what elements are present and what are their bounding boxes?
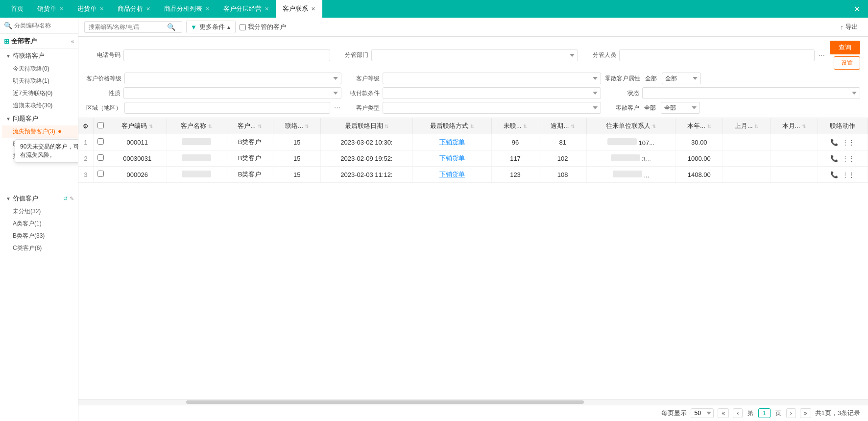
group-pending-contact[interactable]: ▼ 待联络客户 (0, 49, 78, 63)
prev-page-button[interactable]: ‹ (733, 408, 743, 418)
action-more-icon[interactable]: ⋮⋮ (842, 139, 855, 146)
last-method-link[interactable]: 下销货单 (439, 154, 465, 162)
row-checkbox[interactable] (97, 138, 104, 145)
area-input[interactable] (124, 102, 330, 114)
sidebar-search-input[interactable] (14, 22, 78, 29)
per-page-select[interactable]: 50 100 200 (691, 408, 714, 418)
settings-button[interactable]: 设置 (834, 56, 860, 70)
col-overdue-header[interactable]: 逾期... ⇅ (539, 118, 586, 134)
col-lastmonth-header[interactable]: 上月... ⇅ (723, 118, 771, 134)
nav-customer-tier[interactable]: 客户分层经营 ✕ (217, 0, 276, 18)
first-page-button[interactable]: « (718, 408, 729, 418)
phone-label: 电话号码 (86, 51, 121, 59)
col-code-header[interactable]: 客户编码 ⇅ (108, 118, 167, 134)
last-page-button[interactable]: » (800, 408, 811, 418)
sidebar-item-churn-warning[interactable]: 流失预警客户(3) ● (2, 125, 78, 138)
cust-type-select[interactable] (383, 102, 601, 114)
col-type-header[interactable]: 客户... ⇅ (226, 118, 273, 134)
col-contact-header[interactable]: 联络... ⇅ (273, 118, 321, 134)
select-all-checkbox[interactable] (97, 122, 104, 128)
col-settings[interactable]: ⚙ (78, 118, 93, 134)
person-dots-btn[interactable]: ··· (818, 51, 826, 60)
sidebar-item-b-class[interactable]: B类客户(33) (2, 230, 78, 242)
row-action[interactable]: 📞 ⋮⋮ (818, 167, 868, 183)
status-select[interactable] (642, 87, 860, 99)
sidebar-collapse-btn[interactable]: « (71, 38, 74, 44)
row-checkbox-cell[interactable] (93, 134, 108, 150)
row-last-method[interactable]: 下销货单 (412, 167, 491, 183)
query-button[interactable]: 查询 (830, 41, 860, 54)
cust-grade-select[interactable] (383, 73, 601, 84)
next-page-button[interactable]: › (786, 408, 796, 418)
nav-goods-list[interactable]: 商品分析列表 ✕ (157, 0, 217, 18)
action-phone-icon[interactable]: 📞 (830, 155, 838, 162)
col-checkbox-header[interactable] (93, 118, 108, 134)
col-lastmethod-header[interactable]: 最后联络方式 ⇅ (412, 118, 491, 134)
col-thismonth-header[interactable]: 本月... ⇅ (770, 118, 818, 134)
nav-goods-analysis[interactable]: 商品分析 ✕ (111, 0, 157, 18)
col-name-header[interactable]: 客户名称 ⇅ (167, 118, 226, 134)
group-value-customers[interactable]: ▼ 价值客户 ↺ ✎ (0, 192, 78, 205)
row-last-method[interactable]: 下销货单 (412, 134, 491, 150)
sidebar-item-unclassified[interactable]: 未分组(32) (2, 205, 78, 218)
phone-input[interactable] (123, 50, 330, 61)
nav-home[interactable]: 首页 (4, 0, 30, 18)
price-grade-select[interactable] (124, 73, 341, 84)
churn-warning-tooltip: 90天未交易的客户，可能有流失风险。 (15, 139, 78, 163)
horizontal-scrollbar-thumb[interactable] (186, 400, 584, 404)
dept-select[interactable] (371, 50, 578, 61)
horizontal-scrollbar-container[interactable] (78, 399, 868, 405)
window-close-button[interactable]: ✕ (850, 4, 864, 14)
nav-customer-contact-close[interactable]: ✕ (311, 6, 315, 12)
payment-select[interactable] (383, 87, 601, 99)
action-more-icon[interactable]: ⋮⋮ (842, 171, 855, 178)
nav-goods-analysis-close[interactable]: ✕ (146, 6, 150, 12)
sidebar-item-7days[interactable]: 近7天待联络(0) (2, 87, 78, 99)
last-method-link[interactable]: 下销货单 (439, 171, 465, 178)
col-thisyear-header[interactable]: 本年... ⇅ (675, 118, 723, 134)
col-uncontacted-header[interactable]: 未联... ⇅ (492, 118, 539, 134)
last-method-link[interactable]: 下销货单 (439, 138, 465, 146)
nav-goods-list-close[interactable]: ✕ (205, 6, 210, 12)
sidebar-all-customers[interactable]: ⊞ 全部客户 « (0, 34, 78, 49)
row-checkbox[interactable] (97, 154, 104, 161)
col-type-sort: ⇅ (258, 124, 262, 129)
action-phone-icon[interactable]: 📞 (830, 171, 838, 178)
action-phone-icon[interactable]: 📞 (830, 139, 838, 146)
value-refresh-icon[interactable]: ↺ (63, 196, 68, 202)
value-edit-icon[interactable]: ✎ (70, 196, 74, 202)
col-contact2-header[interactable]: 往来单位联系人 ⇅ (586, 118, 675, 134)
nav-customer-contact[interactable]: 客户联系 ✕ (276, 0, 322, 18)
sidebar-item-today[interactable]: 今天待联络(0) (2, 63, 78, 75)
group-problem-customers[interactable]: ▼ 问题客户 (0, 112, 78, 125)
action-more-icon[interactable]: ⋮⋮ (842, 155, 855, 162)
sidebar-item-overdue[interactable]: 逾期未联络(30) (2, 99, 78, 112)
sidebar-item-c-class[interactable]: C类客户(6) (2, 242, 78, 254)
page-suffix: 页 (775, 409, 781, 418)
row-last-method[interactable]: 下销货单 (412, 150, 491, 167)
person-input[interactable] (619, 50, 815, 61)
more-conditions-button[interactable]: ▼ 更多条件 ▲ (186, 21, 236, 33)
my-customers-checkbox-area[interactable]: 我分管的客户 (240, 23, 286, 31)
my-customers-checkbox[interactable] (240, 24, 246, 30)
nature-select[interactable] (123, 87, 341, 99)
nav-purchase[interactable]: 进货单 ✕ (71, 0, 111, 18)
row-checkbox-cell[interactable] (93, 150, 108, 167)
export-button[interactable]: ↑ 导出 (837, 21, 863, 33)
row-action[interactable]: 📞 ⋮⋮ (818, 134, 868, 150)
retail-cust-select[interactable]: 全部 (661, 102, 700, 114)
nav-customer-tier-close[interactable]: ✕ (265, 6, 269, 12)
retail-attr-select[interactable]: 全部 (662, 73, 701, 84)
nav-sales[interactable]: 销货单 ✕ (30, 0, 71, 18)
sidebar-item-tomorrow[interactable]: 明天待联络(1) (2, 75, 78, 87)
sidebar-item-a-class[interactable]: A类客户(1) (2, 218, 78, 230)
row-action[interactable]: 📞 ⋮⋮ (818, 150, 868, 167)
search-input[interactable] (89, 24, 167, 30)
row-checkbox-cell[interactable] (93, 167, 108, 183)
nav-sales-close[interactable]: ✕ (59, 6, 64, 12)
nav-purchase-close[interactable]: ✕ (99, 6, 104, 12)
row-checkbox[interactable] (97, 171, 104, 177)
area-dots-btn[interactable]: ··· (333, 103, 341, 112)
search-button-icon[interactable]: 🔍 (167, 23, 175, 31)
col-lastdate-header[interactable]: 最后联络日期 ⇅ (321, 118, 413, 134)
